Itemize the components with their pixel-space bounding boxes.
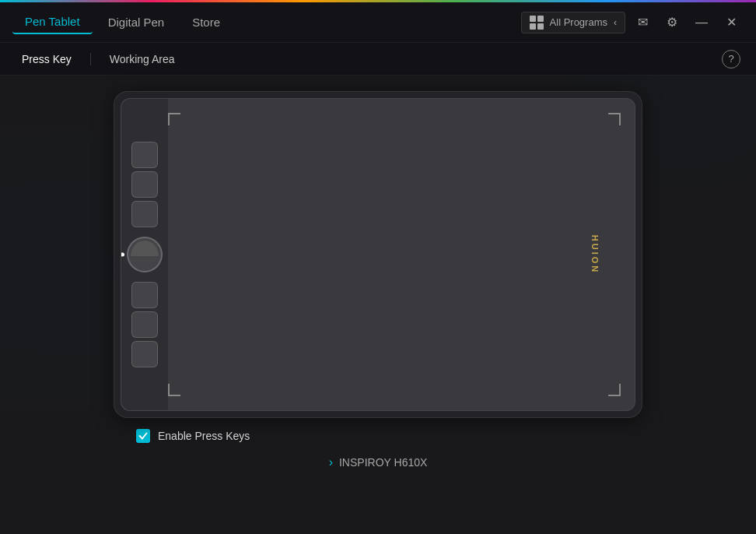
mail-button[interactable]: ✉ xyxy=(630,10,655,35)
device-footer[interactable]: › INSPIROY H610X xyxy=(320,451,437,474)
press-key-btn-4[interactable] xyxy=(131,282,158,308)
press-key-btn-2[interactable] xyxy=(131,171,158,198)
tablet-surface: HUION xyxy=(121,98,635,411)
minimize-icon: — xyxy=(695,16,708,30)
corner-bracket-bl xyxy=(168,384,180,396)
gear-icon: ⚙ xyxy=(667,15,677,30)
main-content: HUION xyxy=(0,76,756,534)
tablet-wrapper: HUION xyxy=(114,91,642,418)
subnav-working-area[interactable]: Working Area xyxy=(103,50,181,69)
chevron-right-icon: › xyxy=(329,455,333,469)
tab-store[interactable]: Store xyxy=(180,11,233,33)
press-key-btn-3[interactable] xyxy=(131,201,158,227)
dial-control[interactable] xyxy=(127,237,163,272)
help-button[interactable]: ? xyxy=(722,50,740,69)
dial-indicator xyxy=(121,253,124,257)
program-label: All Programs xyxy=(550,16,607,28)
press-key-btn-6[interactable] xyxy=(131,341,158,367)
device-label: INSPIROY H610X xyxy=(339,456,427,469)
close-icon: ✕ xyxy=(726,15,737,30)
app-container: Pen Tablet Digital Pen Store All Program… xyxy=(0,0,756,534)
minimize-button[interactable]: — xyxy=(689,10,714,35)
enable-checkbox[interactable] xyxy=(136,429,150,443)
program-selector[interactable]: All Programs ‹ xyxy=(521,12,625,33)
tab-digital-pen[interactable]: Digital Pen xyxy=(96,11,177,33)
mail-icon: ✉ xyxy=(638,15,648,30)
tab-pen-tablet[interactable]: Pen Tablet xyxy=(12,10,93,34)
corner-bracket-br xyxy=(608,384,621,396)
main-nav: Pen Tablet Digital Pen Store xyxy=(12,10,233,34)
settings-button[interactable]: ⚙ xyxy=(660,10,684,35)
left-panel xyxy=(121,99,168,410)
grid-icon xyxy=(530,16,544,30)
subnav-divider xyxy=(90,53,91,65)
checkmark-icon xyxy=(138,431,148,441)
enable-row: Enable Press Keys xyxy=(23,429,250,443)
corner-bracket-tl xyxy=(168,113,180,125)
corner-bracket-tr xyxy=(608,113,621,125)
press-key-btn-1[interactable] xyxy=(131,142,158,168)
press-key-btn-5[interactable] xyxy=(131,311,158,338)
bottom-bar: Enable Press Keys › INSPIROY H610X xyxy=(23,418,733,474)
close-button[interactable]: ✕ xyxy=(719,10,744,35)
chevron-left-icon: ‹ xyxy=(614,17,617,28)
brand-text: HUION xyxy=(590,235,600,274)
subnav: Press Key Working Area ? xyxy=(0,43,756,76)
enable-label[interactable]: Enable Press Keys xyxy=(158,430,250,442)
subnav-press-key[interactable]: Press Key xyxy=(16,50,78,69)
titlebar-right: All Programs ‹ ✉ ⚙ — ✕ xyxy=(521,10,744,35)
titlebar: Pen Tablet Digital Pen Store All Program… xyxy=(0,2,756,43)
